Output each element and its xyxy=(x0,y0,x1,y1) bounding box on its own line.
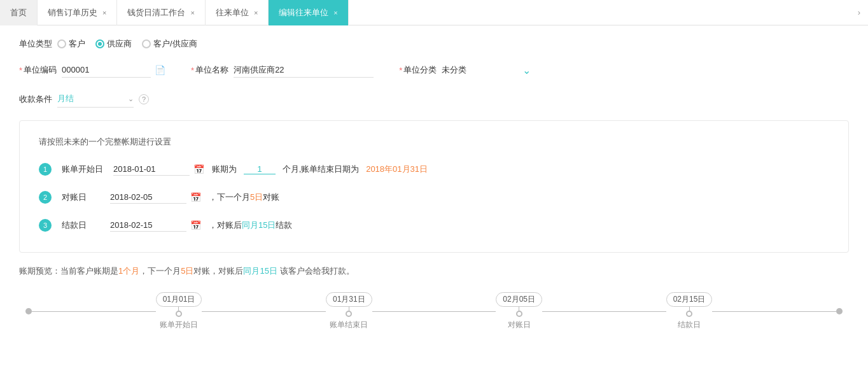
timeline-label-3: 对账日 xyxy=(508,320,531,330)
preview-mid2: 对账，对账后 xyxy=(193,266,243,276)
preview-prefix: 账期预览：当前客户账期是 xyxy=(19,266,118,276)
tab-sales-close[interactable]: × xyxy=(102,9,106,17)
period-desc-prefix: 账期为 xyxy=(212,164,237,174)
payment-terms-value: 月结 xyxy=(57,93,124,104)
period-row-1: 1 账单开始日 📅 账期为 个月,账单结束日期为 2018年01月31日 xyxy=(39,163,829,176)
preview-suffix: 该客户会给我打款。 xyxy=(280,266,354,276)
payment-terms-label: 收款条件 xyxy=(19,94,52,105)
radio-supplier-label: 供应商 xyxy=(107,38,132,50)
tab-home-label: 首页 xyxy=(10,7,27,18)
period-num-2: 2 xyxy=(39,191,52,204)
tab-contacts-label: 往来单位 xyxy=(216,7,249,18)
period-start-calendar-icon[interactable]: 📅 xyxy=(193,164,204,174)
period-card-title: 请按照未来的一个完整帐期进行设置 xyxy=(39,136,829,148)
payment-terms-row: 收款条件 月结 ⌄ ? xyxy=(19,90,849,108)
period-end-date-highlight: 2018年01月31日 xyxy=(366,164,428,174)
unit-name-star: * xyxy=(191,66,194,75)
payment-terms-arrow-icon: ⌄ xyxy=(128,95,134,103)
radio-supplier-circle xyxy=(95,39,104,48)
payment-terms-select[interactable]: 月结 ⌄ xyxy=(57,90,134,108)
timeline-dot-2 xyxy=(346,311,352,317)
tab-expand-button[interactable]: › xyxy=(850,0,868,25)
period-payment-prefix: ，对账后 xyxy=(209,220,242,230)
period-payment-date-input[interactable] xyxy=(110,219,186,232)
period-reconcile-calendar-icon[interactable]: 📅 xyxy=(190,192,201,202)
unit-code-input[interactable] xyxy=(62,62,151,78)
unit-type-item: 单位类型 客户 供应商 客户/供应商 xyxy=(19,38,197,50)
radio-supplier[interactable]: 供应商 xyxy=(95,38,132,50)
period-payment-calendar-icon[interactable]: 📅 xyxy=(190,220,201,230)
preview-part3: 同月15日 xyxy=(243,266,277,276)
period-start-label: 账单开始日 xyxy=(62,164,103,175)
preview-part1: 1个月 xyxy=(118,266,139,276)
timeline-container: 01月01日 账单开始日 01月31日 账单结束日 02月05日 对账日 02月… xyxy=(19,292,849,330)
timeline-point-4: 02月15日 结款日 xyxy=(666,292,713,330)
period-card: 请按照未来的一个完整帐期进行设置 1 账单开始日 📅 账期为 个月,账单结束日期… xyxy=(19,120,849,253)
radio-both-circle xyxy=(142,39,151,48)
unit-category-label: 单位分类 xyxy=(403,64,437,76)
unit-category-star: * xyxy=(399,66,402,75)
timeline-line-4 xyxy=(542,311,666,312)
period-reconcile-prefix: ，下一个月 xyxy=(209,192,250,202)
timeline-line-2 xyxy=(202,311,326,312)
tab-cashflow[interactable]: 钱货日清工作台 × xyxy=(117,0,205,25)
unit-code-label: 单位编码 xyxy=(24,64,57,76)
tab-contacts-close[interactable]: × xyxy=(254,9,258,17)
timeline-date-2: 01月31日 xyxy=(326,292,372,307)
unit-code-star: * xyxy=(19,66,22,75)
tab-edit-contacts[interactable]: 编辑往来单位 × xyxy=(269,0,348,25)
period-num-3: 3 xyxy=(39,219,52,232)
timeline-line-1 xyxy=(32,311,156,312)
timeline-line-3 xyxy=(372,311,496,312)
main-content: 单位类型 客户 供应商 客户/供应商 * 单位编码 xyxy=(0,25,868,387)
radio-both[interactable]: 客户/供应商 xyxy=(142,38,197,50)
period-payment-label: 结款日 xyxy=(62,220,100,231)
payment-terms-help-icon[interactable]: ? xyxy=(139,94,149,104)
period-months-input[interactable] xyxy=(244,164,276,174)
tab-contacts[interactable]: 往来单位 × xyxy=(206,0,269,25)
unit-category-value: 未分类 xyxy=(442,64,520,76)
tab-edit-contacts-close[interactable]: × xyxy=(333,9,337,17)
unit-category-item: * 单位分类 未分类 ⌄ xyxy=(399,64,531,76)
unit-name-input[interactable] xyxy=(234,62,374,78)
period-reconcile-highlight: 5日 xyxy=(250,192,263,202)
category-arrow-icon: ⌄ xyxy=(522,64,531,76)
tab-edit-contacts-label: 编辑往来单位 xyxy=(279,7,328,18)
period-start-desc: 账期为 个月,账单结束日期为 2018年01月31日 xyxy=(212,164,428,175)
period-num-1: 1 xyxy=(39,163,52,176)
tab-cashflow-close[interactable]: × xyxy=(190,9,194,17)
timeline-date-1: 01月01日 xyxy=(156,292,202,307)
period-reconcile-label: 对账日 xyxy=(62,192,100,203)
timeline-point-3: 02月05日 对账日 xyxy=(496,292,542,330)
timeline-end-dot xyxy=(836,308,843,314)
unit-code-icon[interactable]: 📄 xyxy=(155,65,165,75)
unit-category-select[interactable]: 未分类 ⌄ xyxy=(442,64,531,76)
radio-both-label: 客户/供应商 xyxy=(153,38,197,50)
period-desc-suffix: 个月,账单结束日期为 xyxy=(283,164,360,174)
timeline-date-3: 02月05日 xyxy=(496,292,542,307)
radio-customer-label: 客户 xyxy=(69,38,85,50)
preview-mid1: ，下一个月 xyxy=(139,266,181,276)
unit-code-item: * 单位编码 📄 xyxy=(19,62,165,78)
unit-type-row: 单位类型 客户 供应商 客户/供应商 xyxy=(19,38,849,50)
radio-customer[interactable]: 客户 xyxy=(57,38,85,50)
period-payment-suffix: 结款 xyxy=(276,220,292,230)
unit-name-label: 单位名称 xyxy=(195,64,228,76)
timeline-label-2: 账单结束日 xyxy=(330,320,368,330)
timeline-start-dot xyxy=(25,308,32,314)
timeline-dot-3 xyxy=(516,311,522,317)
timeline-date-4: 02月15日 xyxy=(666,292,713,307)
tab-cashflow-label: 钱货日清工作台 xyxy=(127,7,185,18)
period-start-date-input[interactable] xyxy=(113,163,190,176)
period-row-2: 2 对账日 📅 ，下一个月5日对账 xyxy=(39,191,829,204)
period-payment-highlight: 同月15日 xyxy=(242,220,276,230)
period-payment-desc: ，对账后同月15日结款 xyxy=(209,220,292,231)
tab-sales-label: 销售订单历史 xyxy=(48,7,97,18)
timeline-line-5 xyxy=(712,311,836,312)
unit-type-label: 单位类型 xyxy=(19,38,52,50)
timeline-label-1: 账单开始日 xyxy=(160,320,198,330)
tab-home[interactable]: 首页 xyxy=(0,0,38,25)
period-reconcile-date-input[interactable] xyxy=(110,191,186,204)
timeline-point-1: 01月01日 账单开始日 xyxy=(156,292,202,330)
tab-sales-history[interactable]: 销售订单历史 × xyxy=(38,0,117,25)
